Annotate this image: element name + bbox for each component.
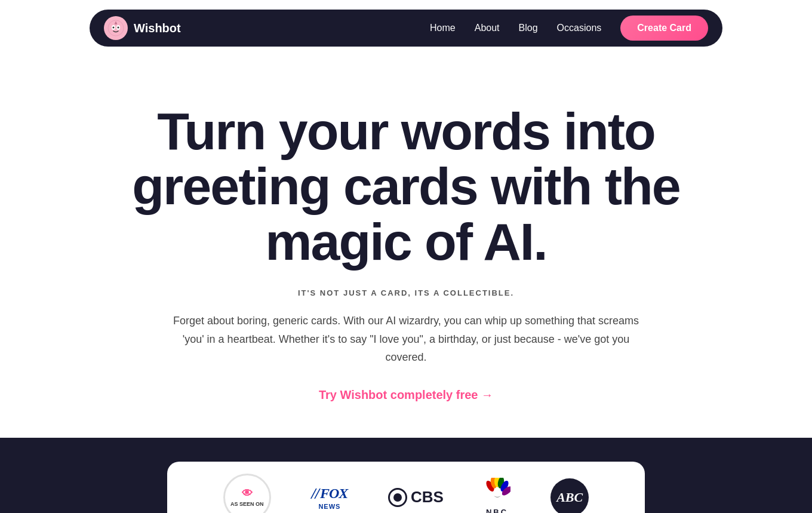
- nav-link-about[interactable]: About: [475, 23, 500, 33]
- nav-wrapper: Wishbot Home About Blog Occasions Create…: [0, 0, 812, 56]
- nav-link-occasions[interactable]: Occasions: [557, 23, 602, 33]
- cbs-logo: CBS: [388, 488, 444, 507]
- press-section: 👁 AS SEEN ON // FOX NEWS CBS: [0, 438, 812, 513]
- hero-subtitle: IT'S NOT JUST A CARD, ITS A COLLECTIBLE.: [102, 288, 710, 297]
- logo-icon: [104, 16, 128, 40]
- nbc-peacock-icon: [484, 478, 510, 505]
- hero-cta-link[interactable]: Try Wishbot completely free →: [319, 388, 493, 401]
- nav-link-blog[interactable]: Blog: [519, 23, 538, 33]
- svg-rect-6: [115, 21, 116, 23]
- logo-text: Wishbot: [134, 21, 181, 35]
- cbs-text: CBS: [411, 488, 444, 506]
- cbs-circle: [388, 488, 407, 507]
- create-card-button[interactable]: Create Card: [620, 16, 708, 41]
- eye-icon: 👁: [242, 487, 253, 500]
- as-seen-on-text: AS SEEN ON: [230, 501, 264, 508]
- svg-point-4: [118, 27, 119, 29]
- nav-logo[interactable]: Wishbot: [104, 16, 411, 40]
- nbc-logo: NBC: [484, 478, 510, 513]
- fox-news-text: NEWS: [318, 503, 340, 510]
- nbc-text: NBC: [486, 508, 508, 513]
- fox-news-logo: // FOX NEWS: [311, 485, 347, 510]
- nav-links: Home About Blog Occasions: [430, 23, 601, 33]
- svg-point-3: [113, 27, 115, 29]
- hero-section: Turn your words into greeting cards with…: [78, 56, 734, 438]
- abc-logo: ABC: [550, 478, 589, 513]
- press-bar: 👁 AS SEEN ON // FOX NEWS CBS: [167, 462, 645, 513]
- navbar: Wishbot Home About Blog Occasions Create…: [90, 10, 722, 47]
- hero-title: Turn your words into greeting cards with…: [102, 104, 710, 269]
- abc-text: ABC: [556, 490, 583, 505]
- hero-description: Forget about boring, generic cards. With…: [167, 312, 645, 367]
- svg-point-14: [493, 490, 502, 497]
- nav-link-home[interactable]: Home: [430, 23, 456, 33]
- as-seen-on-badge: 👁 AS SEEN ON: [223, 474, 271, 513]
